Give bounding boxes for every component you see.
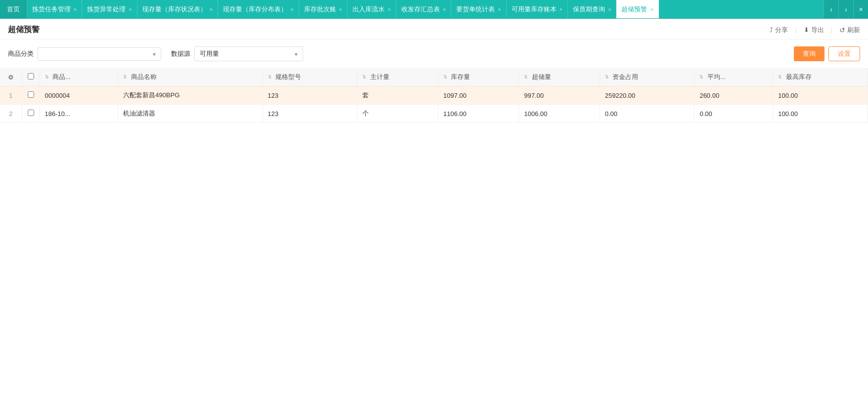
tab-close-8[interactable]: × bbox=[498, 6, 501, 12]
refresh-icon: ↺ bbox=[839, 26, 845, 34]
row-avg: 0.00 bbox=[694, 105, 773, 123]
col-maxstock-header[interactable]: ⇅ 最高库存 bbox=[773, 68, 868, 86]
nav-tab-1[interactable]: 拣货任务管理 × bbox=[27, 0, 82, 19]
tab-close-6[interactable]: × bbox=[388, 6, 391, 12]
row-capital: 0.00 bbox=[600, 105, 694, 123]
nav-tab-11[interactable]: 超储预警 × bbox=[616, 0, 658, 19]
gear-icon[interactable]: ⚙ bbox=[8, 74, 14, 81]
export-icon: ⬇ bbox=[804, 26, 809, 34]
tab-close-2[interactable]: × bbox=[129, 6, 131, 12]
row-stock: 1106.00 bbox=[438, 105, 519, 123]
query-button[interactable]: 查询 bbox=[794, 46, 825, 61]
sort-icon: ⇅ bbox=[45, 75, 49, 79]
datasource-select-value: 可用量 bbox=[200, 49, 219, 58]
row-checkbox[interactable] bbox=[28, 110, 34, 116]
row-unit: 套 bbox=[357, 86, 438, 105]
tab-label-4: 现存量（库存分布表） bbox=[223, 5, 287, 14]
tab-label-9: 可用量库存账本 bbox=[512, 5, 557, 14]
nav-tab-9[interactable]: 可用量库存账本 × bbox=[507, 0, 568, 19]
row-avg: 260.00 bbox=[694, 86, 773, 105]
tab-label-3: 现存量（库存状况表） bbox=[142, 5, 207, 14]
row-spec: 123 bbox=[262, 105, 357, 123]
nav-arrow-right[interactable]: › bbox=[838, 0, 853, 19]
col-overstock-header[interactable]: ⇅ 超储量 bbox=[519, 68, 600, 86]
nav-arrow-left[interactable]: ‹ bbox=[824, 0, 838, 19]
tab-close-5[interactable]: × bbox=[339, 6, 342, 12]
filter-bar: 商品分类 数据源 可用量 查询 设置 bbox=[0, 40, 868, 68]
datasource-select[interactable]: 可用量 bbox=[194, 46, 303, 61]
row-product-name: 六配套新昌490BPG bbox=[118, 86, 262, 105]
row-product-code: 0000004 bbox=[40, 86, 118, 105]
tab-label-8: 要货单统计表 bbox=[456, 5, 495, 14]
nav-tab-10[interactable]: 保质期查询 × bbox=[568, 0, 616, 19]
tab-close-9[interactable]: × bbox=[560, 6, 563, 12]
row-index: 1 bbox=[0, 86, 22, 105]
tab-label-2: 拣货异常处理 bbox=[87, 5, 126, 14]
category-select[interactable] bbox=[38, 47, 161, 61]
col-product-code-header[interactable]: ⇅ 商品... bbox=[40, 68, 118, 86]
tab-label-1: 拣货任务管理 bbox=[32, 5, 71, 14]
sort-icon-avg: ⇅ bbox=[699, 75, 703, 79]
col-avg-header[interactable]: ⇅ 平均... bbox=[694, 68, 773, 86]
table-body: 1 0000004 六配套新昌490BPG 123 套 1097.00 997.… bbox=[0, 86, 868, 123]
share-label: 分享 bbox=[775, 26, 788, 35]
data-table: ⚙ ⇅ 商品... ⇅ 商品名称 ⇅ 规格型号 bbox=[0, 68, 868, 123]
tab-close-3[interactable]: × bbox=[210, 6, 213, 12]
refresh-action[interactable]: ↺ 刷新 bbox=[839, 26, 860, 35]
row-overstock: 997.00 bbox=[519, 86, 600, 105]
nav-tab-8[interactable]: 要货单统计表 × bbox=[451, 0, 506, 19]
export-label: 导出 bbox=[811, 26, 824, 35]
row-stock: 1097.00 bbox=[438, 86, 519, 105]
nav-tab-7[interactable]: 收发存汇总表 × bbox=[396, 0, 451, 19]
nav-tab-home[interactable]: 首页 bbox=[0, 0, 27, 19]
nav-tab-3[interactable]: 现存量（库存状况表） × bbox=[137, 0, 218, 19]
select-all-checkbox[interactable] bbox=[28, 73, 34, 79]
row-checkbox-cell bbox=[22, 105, 40, 123]
tab-close-11[interactable]: × bbox=[650, 6, 653, 12]
nav-tab-6[interactable]: 出入库流水 × bbox=[347, 0, 396, 19]
nav-arrow-close[interactable]: × bbox=[853, 0, 868, 19]
datasource-chevron-icon bbox=[295, 50, 298, 58]
nav-tab-2[interactable]: 拣货异常处理 × bbox=[82, 0, 137, 19]
sort-icon-name: ⇅ bbox=[123, 75, 127, 79]
tab-close-4[interactable]: × bbox=[290, 6, 293, 12]
datasource-filter-group: 数据源 可用量 bbox=[171, 46, 303, 61]
col-stock-header[interactable]: ⇅ 库存量 bbox=[438, 68, 519, 86]
home-label: 首页 bbox=[7, 5, 20, 14]
category-label: 商品分类 bbox=[8, 49, 34, 58]
nav-tab-4[interactable]: 现存量（库存分布表） × bbox=[218, 0, 299, 19]
sort-icon-spec: ⇅ bbox=[268, 75, 272, 79]
nav-tab-5[interactable]: 库存批次账 × bbox=[299, 0, 347, 19]
row-unit: 个 bbox=[357, 105, 438, 123]
col-checkbox-header bbox=[22, 68, 40, 86]
col-spec-header[interactable]: ⇅ 规格型号 bbox=[262, 68, 357, 86]
row-checkbox-cell bbox=[22, 86, 40, 105]
category-filter-group: 商品分类 bbox=[8, 47, 161, 61]
refresh-label: 刷新 bbox=[847, 26, 860, 35]
tab-close-1[interactable]: × bbox=[74, 6, 77, 12]
row-index: 2 bbox=[0, 105, 22, 123]
row-checkbox[interactable] bbox=[28, 91, 34, 98]
table-container: ⚙ ⇅ 商品... ⇅ 商品名称 ⇅ 规格型号 bbox=[0, 68, 868, 123]
col-product-name-header[interactable]: ⇅ 商品名称 bbox=[118, 68, 262, 86]
row-max-stock: 100.00 bbox=[773, 86, 868, 105]
page-header: 超储预警 ⤴ 分享 | ⬇ 导出 | ↺ 刷新 bbox=[0, 19, 868, 40]
row-spec: 123 bbox=[262, 86, 357, 105]
sort-icon-unit: ⇅ bbox=[362, 75, 366, 79]
tab-label-6: 出入库流水 bbox=[352, 5, 385, 14]
export-action[interactable]: ⬇ 导出 bbox=[804, 26, 824, 35]
table-row: 1 0000004 六配套新昌490BPG 123 套 1097.00 997.… bbox=[0, 86, 868, 105]
row-max-stock: 100.00 bbox=[773, 105, 868, 123]
page-content: 超储预警 ⤴ 分享 | ⬇ 导出 | ↺ 刷新 商品分类 bbox=[0, 19, 868, 395]
share-action[interactable]: ⤴ 分享 bbox=[770, 26, 788, 35]
row-capital: 259220.00 bbox=[600, 86, 694, 105]
datasource-label: 数据源 bbox=[171, 49, 190, 58]
tab-close-10[interactable]: × bbox=[608, 6, 611, 12]
header-actions: ⤴ 分享 | ⬇ 导出 | ↺ 刷新 bbox=[770, 26, 860, 35]
col-unit-header[interactable]: ⇅ 主计量 bbox=[357, 68, 438, 86]
nav-arrows: ‹ › × bbox=[824, 0, 868, 19]
settings-button[interactable]: 设置 bbox=[828, 46, 860, 61]
tab-close-7[interactable]: × bbox=[443, 6, 446, 12]
sort-icon-stock: ⇅ bbox=[443, 75, 447, 79]
col-capital-header[interactable]: ⇅ 资金占用 bbox=[600, 68, 694, 86]
